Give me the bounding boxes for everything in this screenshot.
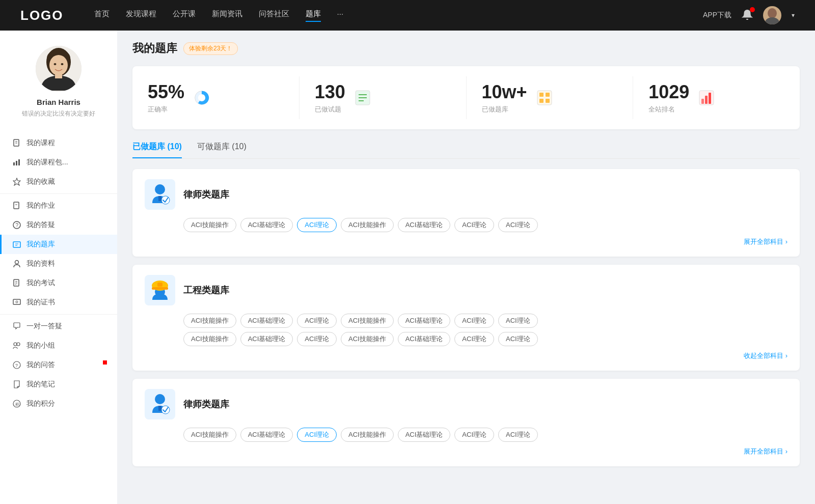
bank-tag-2-1[interactable]: ACI基础理论 xyxy=(240,428,293,442)
sidebar-item-notes[interactable]: 我的笔记 xyxy=(0,375,117,394)
bank-tag-1-0[interactable]: ACI技能操作 xyxy=(183,314,236,328)
bank-tag-0-1[interactable]: ACI基础理论 xyxy=(240,218,293,232)
bank-tag-1-4[interactable]: ACI基础理论 xyxy=(398,314,451,328)
nav-more[interactable]: ··· xyxy=(337,9,344,22)
bank-card-0-title: 律师类题库 xyxy=(183,188,229,201)
bank-tag-1-r2-2[interactable]: ACI理论 xyxy=(297,332,337,346)
note-icon xyxy=(12,380,21,389)
svg-rect-27 xyxy=(13,299,20,304)
chart-icon xyxy=(12,158,21,167)
bank-tag-1-5[interactable]: ACI理论 xyxy=(454,314,494,328)
sidebar-item-group[interactable]: 我的小组 xyxy=(0,336,117,355)
svg-point-1 xyxy=(765,17,779,24)
app-download-link[interactable]: APP下载 xyxy=(703,11,731,20)
bank-tag-1-1[interactable]: ACI基础理论 xyxy=(240,314,293,328)
profile-name: Brian Harris xyxy=(37,98,80,106)
sidebar-item-profile[interactable]: 我的资料 xyxy=(0,254,117,273)
svg-text:?: ? xyxy=(16,222,19,228)
bank-tag-2-3[interactable]: ACI技能操作 xyxy=(341,428,394,442)
divider-1 xyxy=(0,193,117,194)
bank-card-1-header: 工程类题库 xyxy=(145,275,787,305)
question-icon: ? xyxy=(12,220,21,230)
notification-bell[interactable] xyxy=(742,9,753,22)
bank-tag-1-r2-3[interactable]: ACI技能操作 xyxy=(341,332,394,346)
bank-tag-1-3[interactable]: ACI技能操作 xyxy=(341,314,394,328)
nav-open-course[interactable]: 公开课 xyxy=(173,9,196,22)
bank-tag-0-4[interactable]: ACI基础理论 xyxy=(398,218,451,232)
bank-card-2-expand[interactable]: 展开全部科目 › xyxy=(145,447,787,456)
points-icon: 积 xyxy=(12,399,21,408)
sidebar-label-course: 我的课程 xyxy=(26,138,55,148)
user-avatar[interactable] xyxy=(763,6,781,24)
engineer-icon-1 xyxy=(145,275,175,305)
bank-tag-2-4[interactable]: ACI基础理论 xyxy=(398,428,451,442)
bank-card-0-tags: ACI技能操作 ACI基础理论 ACI理论 ACI技能操作 ACI基础理论 AC… xyxy=(145,218,787,232)
bank-tag-0-0[interactable]: ACI技能操作 xyxy=(183,218,236,232)
stat-done-questions-label: 已做试题 xyxy=(315,105,345,114)
bank-tag-1-r2-4[interactable]: ACI基础理论 xyxy=(398,332,451,346)
nav-qa[interactable]: 问答社区 xyxy=(259,9,289,22)
stat-accuracy: 55% 正确率 xyxy=(132,76,300,119)
svg-rect-13 xyxy=(18,159,20,165)
bank-tag-1-6[interactable]: ACI理论 xyxy=(498,314,538,328)
svg-rect-55 xyxy=(152,287,168,290)
bank-card-0-expand[interactable]: 展开全部科目 › xyxy=(145,237,787,246)
sidebar-item-bank[interactable]: 我的题库 xyxy=(0,235,117,254)
svg-point-30 xyxy=(17,343,20,346)
bank-tag-1-r2-5[interactable]: ACI理论 xyxy=(454,332,494,346)
bank-tag-0-2[interactable]: ACI理论 xyxy=(297,218,337,232)
sidebar-item-questions[interactable]: ? 我的答疑 xyxy=(0,215,117,235)
user-dropdown-arrow[interactable]: ▾ xyxy=(792,12,795,19)
bank-tag-2-6[interactable]: ACI理论 xyxy=(498,428,538,442)
doc-icon xyxy=(12,201,21,210)
sidebar-item-my-qa[interactable]: ? 我的问答 xyxy=(0,355,117,375)
svg-point-28 xyxy=(16,301,18,303)
sidebar-item-course-pkg[interactable]: 我的课程包... xyxy=(0,153,117,172)
tab-done-banks[interactable]: 已做题库 (10) xyxy=(132,142,182,158)
tabs-row: 已做题库 (10) 可做题库 (10) xyxy=(132,142,800,159)
sidebar-item-homework[interactable]: 我的作业 xyxy=(0,196,117,215)
sidebar-item-points[interactable]: 积 我的积分 xyxy=(0,394,117,413)
bank-tag-1-r2-6[interactable]: ACI理论 xyxy=(498,332,538,346)
sidebar-label-profile: 我的资料 xyxy=(26,259,55,268)
stat-done-banks-text: 10w+ 已做题库 xyxy=(482,81,527,114)
bank-tag-2-2[interactable]: ACI理论 xyxy=(297,428,337,442)
bank-card-2: 律师类题库 ACI技能操作 ACI基础理论 ACI理论 ACI技能操作 ACI基… xyxy=(132,379,800,466)
bank-tag-0-3[interactable]: ACI技能操作 xyxy=(341,218,394,232)
header: LOGO 首页 发现课程 公开课 新闻资讯 问答社区 题库 ··· APP下载 … xyxy=(0,0,815,31)
sidebar-item-cert[interactable]: 我的证书 xyxy=(0,293,117,312)
ask-icon: ? xyxy=(12,360,21,370)
bank-tag-2-0[interactable]: ACI技能操作 xyxy=(183,428,236,442)
bank-tag-2-5[interactable]: ACI理论 xyxy=(454,428,494,442)
nav-bank[interactable]: 题库 xyxy=(306,9,321,22)
pie-icon xyxy=(192,88,212,108)
svg-rect-48 xyxy=(705,96,708,104)
bank-tag-0-6[interactable]: ACI理论 xyxy=(498,218,538,232)
nav-news[interactable]: 新闻资讯 xyxy=(212,9,242,22)
bank-tag-0-5[interactable]: ACI理论 xyxy=(454,218,494,232)
cert-icon xyxy=(12,298,21,307)
svg-text:?: ? xyxy=(15,363,18,368)
stat-done-banks-value: 10w+ xyxy=(482,81,527,103)
svg-rect-11 xyxy=(13,162,15,165)
nav-discover[interactable]: 发现课程 xyxy=(126,9,156,22)
bank-tag-1-r2-1[interactable]: ACI基础理论 xyxy=(240,332,293,346)
tab-available-banks[interactable]: 可做题库 (10) xyxy=(197,142,247,158)
bank-icon xyxy=(12,240,21,249)
grid-icon xyxy=(534,88,555,108)
sidebar-item-exam[interactable]: 我的考试 xyxy=(0,273,117,293)
sidebar-item-course[interactable]: 我的课程 xyxy=(0,133,117,153)
svg-marker-14 xyxy=(13,178,20,185)
logo[interactable]: LOGO xyxy=(20,8,64,23)
svg-rect-56 xyxy=(157,283,162,287)
sidebar-item-one-on-one[interactable]: 一对一答疑 xyxy=(0,317,117,336)
sidebar-label-one-on-one: 一对一答疑 xyxy=(26,322,62,331)
bar-icon xyxy=(696,88,717,108)
bank-card-1-collapse[interactable]: 收起全部科目 › xyxy=(145,351,787,360)
bank-card-1-title: 工程类题库 xyxy=(183,284,229,296)
bank-tag-1-r2-0[interactable]: ACI技能操作 xyxy=(183,332,236,346)
header-right: APP下载 ▾ xyxy=(703,6,795,24)
nav-home[interactable]: 首页 xyxy=(94,9,110,22)
sidebar-item-favorites[interactable]: 我的收藏 xyxy=(0,172,117,191)
bank-tag-1-2[interactable]: ACI理论 xyxy=(297,314,337,328)
